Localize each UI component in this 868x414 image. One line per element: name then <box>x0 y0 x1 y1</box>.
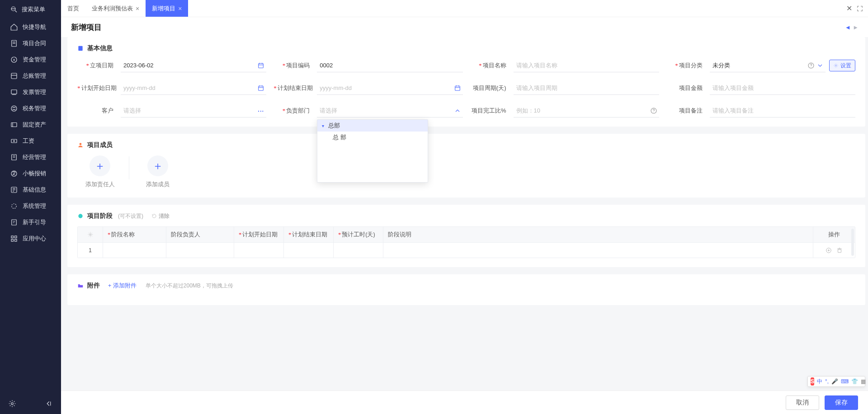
delete-row-icon[interactable] <box>836 247 843 254</box>
input-plan-end[interactable] <box>317 81 462 95</box>
settings-gear-icon[interactable] <box>8 400 16 408</box>
chevron-down-icon[interactable] <box>816 62 824 69</box>
label-remark: 项目备注 <box>666 107 703 115</box>
biz-icon <box>10 153 18 161</box>
cell-stage-owner[interactable] <box>166 243 234 258</box>
clear-stages-button[interactable]: 清除 <box>151 212 170 220</box>
svg-line-1 <box>15 10 17 12</box>
label-category: *项目分类 <box>666 61 703 70</box>
sidebar-item-quicknav[interactable]: 快捷导航 <box>0 19 61 35</box>
sidebar-item-funds[interactable]: ¥ 资金管理 <box>0 52 61 68</box>
cell-desc[interactable] <box>383 243 813 258</box>
system-icon <box>10 202 18 210</box>
help-icon[interactable] <box>650 107 657 114</box>
input-period[interactable] <box>514 81 659 95</box>
sidebar-item-guide[interactable]: 新手引导 <box>0 214 61 231</box>
tab-home[interactable]: 首页 <box>61 0 85 17</box>
close-icon[interactable]: × <box>136 5 139 12</box>
cell-ops <box>813 243 855 258</box>
add-member-button[interactable]: ＋ <box>147 155 168 176</box>
main-panel: 首页 业务利润预估表× 新增项目× ✕ 新增项目 ◂ ▸ 基本信息 *立项日期 <box>61 0 868 414</box>
card-basic-info: 基本信息 *立项日期 *项目编码 *项目名称 *项目分类 <box>67 37 865 127</box>
clear-label: 清除 <box>159 212 170 220</box>
input-init-date[interactable] <box>121 59 266 72</box>
label-amount: 项目金额 <box>666 84 703 92</box>
close-all-tabs-icon[interactable]: ✕ <box>845 5 853 12</box>
money-icon: ¥ <box>10 56 18 64</box>
ime-indicator[interactable]: S 中 °, 🎤 ⌨ 👕 ▦ <box>807 376 865 387</box>
sidebar-item-tax[interactable]: 税务管理 <box>0 100 61 117</box>
input-name[interactable] <box>514 59 659 72</box>
dept-node-root[interactable]: ▾ 总部 <box>317 120 428 132</box>
add-attachment-button[interactable]: + 添加附件 <box>108 282 137 290</box>
input-dept[interactable] <box>317 104 462 118</box>
pager-prev-icon[interactable]: ◂ <box>845 23 850 32</box>
tab-new-project[interactable]: 新增项目× <box>146 0 188 17</box>
chevron-up-icon[interactable] <box>454 107 461 114</box>
sidebar-item-base[interactable]: 基础信息 <box>0 182 61 198</box>
ime-punct-icon: °, <box>825 378 829 385</box>
dept-dropdown: ▾ 总部 总 部 <box>317 119 428 183</box>
cell-stage-name[interactable] <box>103 243 166 258</box>
table-row[interactable]: 1 <box>78 242 855 258</box>
table-scrollbar[interactable] <box>851 229 854 256</box>
label-init-date: *立项日期 <box>77 61 113 70</box>
svg-point-32 <box>11 403 14 405</box>
base-icon <box>10 186 18 194</box>
column-gear-button[interactable] <box>78 227 103 242</box>
svg-text:¥: ¥ <box>13 58 15 62</box>
sidebar-item-apps[interactable]: 应用中心 <box>0 231 61 247</box>
sidebar: 搜索菜单 快捷导航 项目合同 ¥ 资金管理 总账管理 发票管理 税务管理 固定资… <box>0 0 61 414</box>
svg-rect-42 <box>259 86 264 90</box>
cell-est-hours[interactable] <box>334 243 383 258</box>
input-progress[interactable] <box>514 104 659 118</box>
sidebar-item-label: 新手引导 <box>23 218 46 226</box>
sidebar-item-invoice[interactable]: 发票管理 <box>0 84 61 100</box>
th-stage-name: *阶段名称 <box>103 227 166 242</box>
tab-profit-estimate[interactable]: 业务利润预估表× <box>85 0 146 17</box>
apps-icon <box>10 235 18 243</box>
add-owner-button[interactable]: ＋ <box>90 155 110 176</box>
more-icon[interactable]: ··· <box>257 107 264 114</box>
help-icon[interactable] <box>807 62 815 69</box>
sidebar-item-contract[interactable]: 项目合同 <box>0 35 61 52</box>
ime-logo-icon: S <box>811 377 814 386</box>
calendar-icon[interactable] <box>454 85 461 92</box>
section-title: 项目成员 <box>87 141 113 149</box>
tab-label: 新增项目 <box>152 5 175 13</box>
sidebar-item-expense[interactable]: 小畅报销 <box>0 165 61 182</box>
sidebar-item-ledger[interactable]: 总账管理 <box>0 68 61 84</box>
dept-node-child[interactable]: 总 部 <box>317 132 428 143</box>
sidebar-item-system[interactable]: 系统管理 <box>0 198 61 214</box>
sidebar-item-label: 系统管理 <box>23 202 46 210</box>
input-plan-start[interactable] <box>121 81 266 95</box>
sidebar-item-salary[interactable]: 工资 <box>0 133 61 149</box>
svg-rect-34 <box>78 46 82 51</box>
expense-icon <box>10 169 18 178</box>
add-row-icon[interactable] <box>826 247 832 254</box>
input-code[interactable] <box>317 59 462 72</box>
cell-plan-start[interactable] <box>234 243 284 258</box>
dept-node-label: 总部 <box>328 122 340 130</box>
stage-table-header: *阶段名称 阶段负责人 *计划开始日期 *计划结束日期 *预计工时(天) 阶段说… <box>78 227 855 242</box>
sidebar-search[interactable]: 搜索菜单 <box>0 0 61 19</box>
input-remark[interactable] <box>710 104 855 118</box>
pager-next-icon[interactable]: ▸ <box>853 23 858 32</box>
cell-plan-end[interactable] <box>284 243 334 258</box>
invoice-icon <box>10 88 18 96</box>
sidebar-item-biz[interactable]: 经营管理 <box>0 149 61 165</box>
svg-rect-16 <box>11 139 17 143</box>
save-button[interactable]: 保存 <box>825 395 858 410</box>
sidebar-item-asset[interactable]: 固定资产 <box>0 117 61 133</box>
svg-point-17 <box>14 141 15 142</box>
cancel-button[interactable]: 取消 <box>786 395 819 410</box>
calendar-icon[interactable] <box>257 62 264 69</box>
category-settings-button[interactable]: 设置 <box>829 60 855 71</box>
sidebar-item-label: 项目合同 <box>23 39 46 47</box>
collapse-sidebar-icon[interactable] <box>45 400 53 408</box>
input-amount[interactable] <box>710 81 855 95</box>
fullscreen-icon[interactable] <box>856 5 863 12</box>
close-icon[interactable]: × <box>178 5 182 12</box>
input-customer[interactable] <box>121 104 266 118</box>
calendar-icon[interactable] <box>257 85 264 92</box>
